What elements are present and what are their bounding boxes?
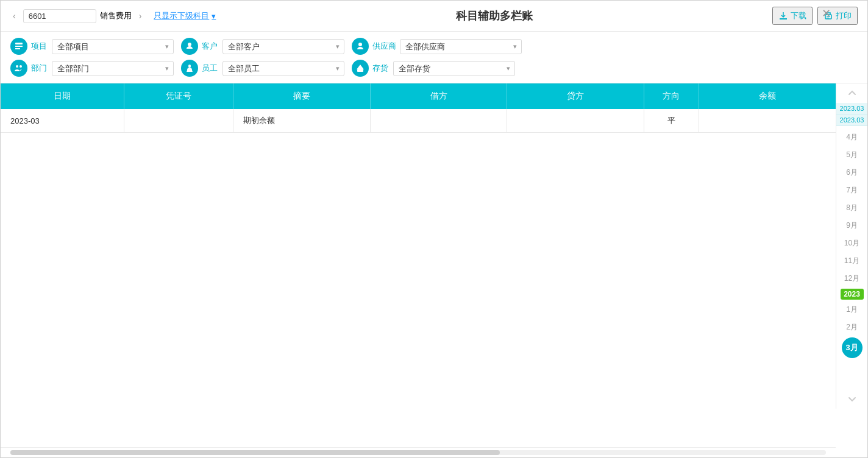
dept-select-wrapper: 全部部门 xyxy=(52,61,174,76)
filter-customer: 客户 全部客户 xyxy=(181,38,344,55)
svg-rect-11 xyxy=(187,71,193,72)
timeline-month-8[interactable]: 8月 xyxy=(836,199,867,217)
filter-dept: 部门 全部部门 xyxy=(10,60,174,77)
svg-rect-4 xyxy=(15,43,23,44)
cell-summary: 期初余额 xyxy=(233,109,371,133)
staff-select[interactable]: 全部员工 xyxy=(222,61,344,76)
svg-rect-5 xyxy=(15,46,23,47)
col-date: 日期 xyxy=(1,83,124,109)
customer-select-wrapper: 全部客户 xyxy=(222,39,344,54)
svg-rect-12 xyxy=(357,69,363,72)
col-balance: 余额 xyxy=(699,83,836,109)
inventory-icon xyxy=(352,60,369,77)
show-sub-arrow: ▾ xyxy=(212,12,216,21)
table-header-row: 日期 凭证号 摘要 借方 贷方 方向 余额 xyxy=(1,83,836,109)
timeline-scroll-down[interactable] xyxy=(836,389,867,409)
timeline-month-9[interactable]: 9月 xyxy=(836,217,867,234)
timeline-year-badge[interactable]: 2023 xyxy=(841,289,864,300)
supplier-icon xyxy=(352,38,369,55)
main-window: ‹ 销售费用 › 只显示下级科目 ▾ 科目辅助多栏账 下载 xyxy=(0,0,868,458)
dept-label: 部门 xyxy=(31,63,48,74)
filter-row-1: 项目 全部项目 客户 全部客户 xyxy=(10,38,858,55)
filter-project: 项目 全部项目 xyxy=(10,38,174,55)
account-code-area: 销售费用 xyxy=(23,9,132,23)
timeline-month-6[interactable]: 6月 xyxy=(836,164,867,181)
content-wrapper: 日期 凭证号 摘要 借方 贷方 方向 余额 2023-03 期初余额 xyxy=(1,83,867,409)
show-sub-label: 只显示下级科目 xyxy=(154,10,209,21)
col-summary: 摘要 xyxy=(233,83,371,109)
inventory-select-wrapper: 全部存货 xyxy=(393,61,515,76)
filter-supplier: 供应商 全部供应商 xyxy=(352,38,522,55)
supplier-label: 供应商 xyxy=(372,41,396,52)
bottom-scrollbar xyxy=(1,447,836,457)
col-credit: 贷方 xyxy=(507,83,644,109)
show-sub-toggle[interactable]: 只显示下级科目 ▾ xyxy=(154,10,216,21)
cell-credit xyxy=(507,109,644,133)
svg-point-9 xyxy=(20,65,22,68)
timeline-month-7[interactable]: 7月 xyxy=(836,181,867,199)
project-label: 项目 xyxy=(31,41,48,52)
print-label: 打印 xyxy=(836,10,852,21)
cell-voucher xyxy=(124,109,233,133)
customer-label: 客户 xyxy=(202,41,219,52)
inventory-label: 存货 xyxy=(372,63,390,74)
svg-rect-0 xyxy=(780,18,787,19)
filter-inventory: 存货 全部存货 xyxy=(352,60,515,77)
filter-area: 项目 全部项目 客户 全部客户 xyxy=(1,32,867,83)
cell-debit xyxy=(370,109,507,133)
dept-select[interactable]: 全部部门 xyxy=(52,61,174,76)
cell-direction: 平 xyxy=(644,109,699,133)
customer-icon xyxy=(181,38,198,55)
timeline-month-4[interactable]: 4月 xyxy=(836,129,867,146)
timeline-selected-bottom[interactable]: 2023.03 xyxy=(836,114,867,126)
close-button[interactable]: ✕ xyxy=(822,7,831,20)
timeline-month-11[interactable]: 11月 xyxy=(836,252,867,270)
customer-select[interactable]: 全部客户 xyxy=(222,39,344,54)
dept-icon xyxy=(10,60,27,77)
cell-balance xyxy=(699,109,836,133)
timeline-scroll-up[interactable] xyxy=(836,83,867,103)
account-name: 销售费用 xyxy=(100,10,132,21)
filter-row-2: 部门 全部部门 员工 全部员工 xyxy=(10,60,858,77)
col-voucher: 凭证号 xyxy=(124,83,233,109)
project-icon xyxy=(10,38,27,55)
svg-rect-6 xyxy=(15,48,20,49)
nav-prev-button[interactable]: ‹ xyxy=(10,10,18,22)
download-button[interactable]: 下载 xyxy=(772,7,813,25)
nav-next-button[interactable]: › xyxy=(137,10,144,22)
table-row: 2023-03 期初余额 平 xyxy=(1,109,836,133)
timeline-month-2[interactable]: 2月 xyxy=(836,319,867,336)
staff-icon xyxy=(181,60,198,77)
project-select-wrapper: 全部项目 xyxy=(52,39,174,54)
svg-point-7 xyxy=(358,43,362,46)
side-timeline: 2023.03 2023.03 4月 5月 6月 7月 8月 9月 10月 11… xyxy=(836,83,867,409)
col-debit: 借方 xyxy=(370,83,507,109)
table-area[interactable]: 日期 凭证号 摘要 借方 贷方 方向 余额 2023-03 期初余额 xyxy=(1,83,836,409)
project-select[interactable]: 全部项目 xyxy=(52,39,174,54)
data-table: 日期 凭证号 摘要 借方 贷方 方向 余额 2023-03 期初余额 xyxy=(1,83,836,133)
timeline-selected-top[interactable]: 2023.03 xyxy=(836,103,867,114)
svg-rect-10 xyxy=(188,65,191,68)
scrollbar-thumb[interactable] xyxy=(10,450,500,455)
timeline-month-12[interactable]: 12月 xyxy=(836,270,867,287)
download-icon xyxy=(778,11,788,21)
timeline-month-1[interactable]: 1月 xyxy=(836,301,867,319)
cell-date: 2023-03 xyxy=(1,109,124,133)
timeline-month-5[interactable]: 5月 xyxy=(836,146,867,164)
scrollbar-track[interactable] xyxy=(10,450,826,455)
staff-label: 员工 xyxy=(202,63,219,74)
top-bar: ‹ 销售费用 › 只显示下级科目 ▾ 科目辅助多栏账 下载 xyxy=(1,1,867,32)
timeline-active-month[interactable]: 3月 xyxy=(842,337,863,358)
download-label: 下载 xyxy=(791,10,806,21)
staff-select-wrapper: 全部员工 xyxy=(222,61,344,76)
timeline-month-10[interactable]: 10月 xyxy=(836,234,867,252)
supplier-select[interactable]: 全部供应商 xyxy=(400,39,522,54)
svg-point-8 xyxy=(16,65,18,68)
col-direction: 方向 xyxy=(644,83,699,109)
filter-staff: 员工 全部员工 xyxy=(181,60,344,77)
supplier-select-wrapper: 全部供应商 xyxy=(400,39,522,54)
inventory-select[interactable]: 全部存货 xyxy=(393,61,515,76)
account-code-input[interactable] xyxy=(23,9,96,23)
page-title: 科目辅助多栏账 xyxy=(221,9,767,23)
